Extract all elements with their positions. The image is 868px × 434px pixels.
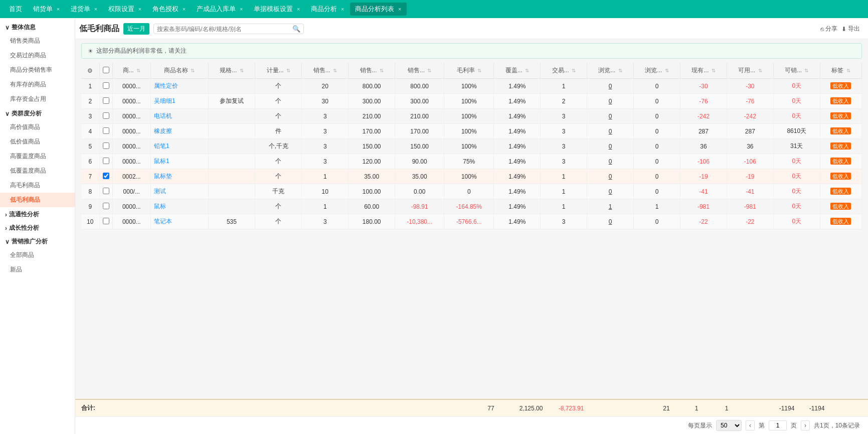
col-settings[interactable]: ⚙ (81, 63, 99, 79)
sidebar-item-in-stock[interactable]: 有库存的商品 (0, 77, 75, 92)
row-select-checkbox[interactable] (103, 158, 109, 164)
col-spec[interactable]: 规格... ⇅ (208, 63, 255, 79)
col-transactions[interactable]: 交易... ⇅ (541, 63, 587, 79)
row-checkbox[interactable] (99, 169, 112, 184)
row-views1[interactable]: 0 (587, 79, 634, 94)
col-views2[interactable]: 浏览... ⇅ (634, 63, 680, 79)
nav-product-analysis-list[interactable]: 商品分析列表 × (350, 3, 406, 16)
row-select-checkbox[interactable] (103, 97, 109, 104)
prev-page-button[interactable]: ‹ (746, 420, 755, 430)
col-gross-rate[interactable]: 毛利率 ⇅ (444, 63, 494, 79)
row-select-checkbox[interactable] (103, 188, 109, 194)
row-select-checkbox[interactable] (103, 112, 109, 119)
search-input[interactable] (157, 26, 290, 33)
row-views1[interactable]: 0 (587, 184, 634, 199)
nav-permission-settings[interactable]: 权限设置 × (103, 3, 146, 16)
close-icon[interactable]: × (341, 6, 344, 12)
nav-sales-order[interactable]: 销货单 × (28, 3, 65, 16)
close-icon[interactable]: × (138, 6, 141, 12)
row-views1[interactable]: 1 (587, 199, 634, 214)
nav-product-inbound[interactable]: 产成品入库单 × (192, 3, 248, 16)
close-icon[interactable]: × (57, 6, 60, 12)
row-views1[interactable]: 0 (587, 124, 634, 139)
row-checkbox[interactable] (99, 94, 112, 109)
sidebar-group-marketing[interactable]: ∨ 营销推广分析 (0, 234, 75, 248)
close-icon[interactable]: × (398, 6, 401, 12)
nav-home[interactable]: 首页 (4, 3, 27, 16)
export-button[interactable]: ⬇ 导出 (841, 25, 860, 33)
sidebar-group-growth[interactable]: › 成长性分析 (0, 221, 75, 234)
col-checkbox[interactable] (99, 63, 112, 79)
nav-product-analysis[interactable]: 商品分析 × (306, 3, 349, 16)
col-sales-price[interactable]: 销售... ⇅ (349, 63, 395, 79)
row-checkbox[interactable] (99, 214, 112, 229)
row-name[interactable]: 鼠标 (151, 199, 208, 214)
row-views1[interactable]: 0 (587, 139, 634, 154)
sidebar-item-capital[interactable]: 库存资金占用 (0, 92, 75, 106)
row-views1[interactable]: 0 (587, 169, 634, 184)
select-all-checkbox[interactable] (103, 67, 109, 73)
col-sales-qty[interactable]: 销售... ⇅ (302, 63, 349, 79)
row-name[interactable]: 测试 (151, 184, 208, 199)
sidebar-item-traded-products[interactable]: 交易过的商品 (0, 48, 75, 63)
row-checkbox[interactable] (99, 124, 112, 139)
row-checkbox[interactable] (99, 139, 112, 154)
sidebar-group-overall[interactable]: ∨ 整体信息 (0, 20, 75, 34)
sidebar-group-circulation[interactable]: › 流通性分析 (0, 207, 75, 221)
col-stock[interactable]: 现有... ⇅ (680, 63, 727, 79)
sidebar-item-high-margin[interactable]: 高毛利商品 (0, 178, 75, 193)
nav-purchase-order[interactable]: 进货单 × (66, 3, 102, 16)
row-checkbox[interactable] (99, 184, 112, 199)
close-icon[interactable]: × (94, 6, 97, 12)
row-checkbox[interactable] (99, 109, 112, 124)
next-page-button[interactable]: › (801, 420, 810, 430)
time-filter-button[interactable]: 近一月 (123, 23, 149, 35)
close-icon[interactable]: × (183, 6, 186, 12)
col-views1[interactable]: 浏览... ⇅ (587, 63, 634, 79)
sidebar-item-sales-products[interactable]: 销售类商品 (0, 34, 75, 48)
nav-template-settings[interactable]: 单据模板设置 × (249, 3, 305, 16)
col-coverage[interactable]: 覆盖... ⇅ (494, 63, 541, 79)
col-tag[interactable]: 标签 ⇅ (820, 63, 861, 79)
col-code[interactable]: 商... ⇅ (112, 63, 151, 79)
row-select-checkbox[interactable] (103, 173, 109, 179)
sidebar-item-high-value[interactable]: 高价值商品 (0, 120, 75, 134)
row-views1[interactable]: 0 (587, 214, 634, 229)
col-unit[interactable]: 计量... ⇅ (255, 63, 302, 79)
share-button[interactable]: ⎋ 分享 (820, 25, 837, 33)
sidebar-group-cluster[interactable]: ∨ 类群度分析 (0, 106, 75, 120)
row-select-checkbox[interactable] (103, 142, 109, 149)
sidebar-item-new-products[interactable]: 新品 (0, 262, 75, 277)
row-name[interactable]: 橡皮擦 (151, 124, 208, 139)
col-available[interactable]: 可用... ⇅ (727, 63, 773, 79)
col-sellable[interactable]: 可销... ⇅ (773, 63, 820, 79)
close-icon[interactable]: × (240, 6, 243, 12)
sidebar-item-all-products[interactable]: 全部商品 (0, 248, 75, 262)
row-checkbox[interactable] (99, 154, 112, 169)
row-name[interactable]: 鼠标垫 (151, 169, 208, 184)
row-select-checkbox[interactable] (103, 82, 109, 89)
row-views1[interactable]: 0 (587, 154, 634, 169)
row-checkbox[interactable] (99, 199, 112, 214)
row-name[interactable]: 鼠标1 (151, 154, 208, 169)
sidebar-item-low-value[interactable]: 低价值商品 (0, 134, 75, 149)
sidebar-item-low-coverage[interactable]: 低覆盖度商品 (0, 164, 75, 178)
nav-role-auth[interactable]: 角色授权 × (147, 3, 191, 16)
row-name[interactable]: 属性定价 (151, 79, 208, 94)
row-name[interactable]: 笔记本 (151, 214, 208, 229)
row-checkbox[interactable] (99, 79, 112, 94)
close-icon[interactable]: × (297, 6, 300, 12)
row-select-checkbox[interactable] (103, 203, 109, 209)
sidebar-item-category-sales-rate[interactable]: 商品分类销售率 (0, 63, 75, 77)
row-views1[interactable]: 0 (587, 94, 634, 109)
row-select-checkbox[interactable] (103, 127, 109, 134)
row-views1[interactable]: 0 (587, 109, 634, 124)
sidebar-item-high-coverage[interactable]: 高覆盖度商品 (0, 149, 75, 164)
row-name[interactable]: 电话机 (151, 109, 208, 124)
row-name[interactable]: 吴细细1 (151, 94, 208, 109)
sidebar-item-low-margin[interactable]: 低毛利商品 (0, 193, 75, 207)
col-sales-profit[interactable]: 销售... ⇅ (395, 63, 444, 79)
row-name[interactable]: 铅笔1 (151, 139, 208, 154)
row-select-checkbox[interactable] (103, 218, 109, 224)
col-name[interactable]: 商品名称 ⇅ (151, 63, 208, 79)
